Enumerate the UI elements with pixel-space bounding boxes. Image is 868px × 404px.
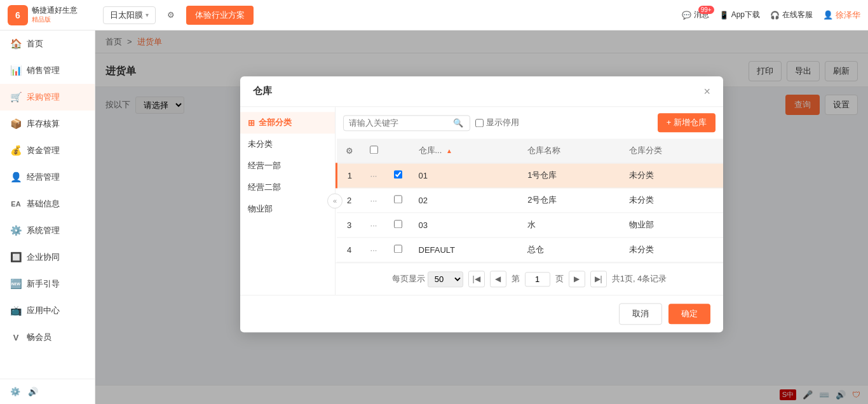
grid-icon: ⊞ — [248, 118, 255, 128]
sidebar-item-appcenter[interactable]: 📺 应用中心 — [0, 297, 95, 324]
col-index-header — [386, 138, 411, 163]
modal-title: 仓库 — [253, 85, 272, 97]
top-header: 6 畅捷通好生意 精品版 日太阳膜 ▾ ⚙ 体验行业方案 💬 消息 99+ 📱 … — [0, 0, 868, 30]
sidebar-label-collab: 企业协同 — [27, 252, 60, 263]
last-page-button[interactable]: ▶| — [590, 271, 607, 287]
row-checkbox[interactable] — [394, 195, 402, 203]
header-right: 💬 消息 99+ 📱 App下载 🎧 在线客服 👤 徐泽华 — [682, 10, 860, 21]
app-download-label: App下载 — [731, 10, 760, 20]
sidebar-item-collab[interactable]: 🔲 企业协同 — [0, 244, 95, 271]
online-service-item[interactable]: 🎧 在线客服 — [770, 10, 813, 20]
col-checkbox-header — [362, 138, 386, 163]
col-code-label: 仓库... — [419, 145, 442, 155]
row-category: 未分类 — [621, 163, 723, 188]
sidebar-label-purchase: 采购管理 — [27, 91, 60, 103]
row-checkbox[interactable] — [394, 245, 402, 253]
collab-icon: 🔲 — [10, 252, 22, 263]
sidebar-item-inventory[interactable]: 📦 库存核算 — [0, 111, 95, 137]
table-row[interactable]: 2 ··· 02 2号仓库 未分类 — [337, 188, 724, 213]
page-input[interactable] — [525, 272, 550, 286]
logo-icon: 6 — [8, 5, 28, 25]
table-row[interactable]: 1 ··· 01 1号仓库 未分类 — [337, 163, 724, 188]
first-page-button[interactable]: |◀ — [468, 271, 485, 287]
col-name-label: 仓库名称 — [527, 145, 560, 155]
row-category: 未分类 — [621, 238, 723, 262]
store-selector[interactable]: 日太阳膜 ▾ — [103, 6, 156, 24]
row-checkbox[interactable] — [394, 220, 402, 228]
sidebar-item-home[interactable]: 🏠 首页 — [0, 30, 95, 57]
sidebar-item-guide[interactable]: 🆕 新手引导 — [0, 271, 95, 297]
sidebar-item-finance[interactable]: 💰 资金管理 — [0, 137, 95, 164]
col-name-header: 仓库名称 — [520, 138, 621, 163]
sort-icon-code: ▲ — [446, 147, 452, 154]
tree-root-label: 全部分类 — [259, 117, 292, 128]
add-warehouse-button[interactable]: + 新增仓库 — [658, 113, 715, 132]
basicinfo-icon: EA — [10, 200, 22, 208]
col-category-header: 仓库分类 — [621, 138, 723, 163]
sidebar-item-sales[interactable]: 📊 销售管理 — [0, 57, 95, 84]
warehouse-modal: 仓库 × « ⊞ 全部分类 未分类 经营一部 — [240, 76, 723, 332]
sidebar-item-basicinfo[interactable]: EA 基础信息 — [0, 191, 95, 217]
modal-header: 仓库 × — [240, 76, 723, 107]
settings-gear-icon[interactable]: ⚙️ — [10, 387, 20, 396]
total-info: 共1页, 4条记录 — [612, 273, 667, 285]
guide-icon: 🆕 — [10, 278, 22, 290]
select-all-checkbox[interactable] — [370, 145, 378, 154]
tree-item-dept1[interactable]: 经营一部 — [240, 155, 335, 177]
modal-footer: 取消 确定 — [240, 295, 723, 332]
sidebar-label-inventory: 库存核算 — [27, 118, 60, 130]
prev-page-button[interactable]: ◀ — [490, 271, 506, 287]
table-row[interactable]: 4 ··· DEFAULT 总仓 未分类 — [337, 238, 724, 262]
sidebar-bottom: ⚙️ 🔊 — [0, 379, 95, 404]
more-icon[interactable]: ··· — [370, 171, 377, 180]
sidebar-label-guide: 新手引导 — [27, 278, 60, 290]
cancel-button[interactable]: 取消 — [619, 303, 662, 325]
row-actions: ··· — [362, 188, 386, 213]
tree-item-unclassified[interactable]: 未分类 — [240, 133, 335, 155]
notifications-item[interactable]: 💬 消息 99+ — [682, 10, 709, 20]
category-tree-panel: « ⊞ 全部分类 未分类 经营一部 经营二部 物业部 — [240, 107, 336, 295]
per-page-label: 每页显示 — [392, 273, 425, 285]
tree-item-property[interactable]: 物业部 — [240, 198, 335, 220]
speaker-icon[interactable]: 🔊 — [28, 387, 38, 396]
sidebar-item-purchase[interactable]: 🛒 采购管理 — [0, 84, 95, 111]
tree-collapse-button[interactable]: « — [327, 193, 342, 208]
per-page-select[interactable]: 50 100 — [428, 271, 463, 287]
row-name: 总仓 — [520, 238, 621, 262]
username: 徐泽华 — [836, 10, 860, 21]
confirm-button[interactable]: 确定 — [668, 304, 710, 324]
row-category: 物业部 — [621, 213, 723, 238]
app-download-item[interactable]: 📱 App下载 — [719, 10, 760, 20]
sidebar-label-vip: 畅会员 — [27, 332, 51, 343]
sidebar-item-operations[interactable]: 👤 经营管理 — [0, 164, 95, 191]
more-icon[interactable]: ··· — [370, 245, 377, 255]
more-icon[interactable]: ··· — [370, 220, 377, 230]
row-checkbox[interactable] — [394, 170, 402, 178]
header-center: 日太阳膜 ▾ ⚙ 体验行业方案 — [103, 5, 682, 25]
settings-icon[interactable]: ⚙ — [161, 5, 181, 25]
tree-item-dept2[interactable]: 经营二部 — [240, 177, 335, 198]
row-checkbox-cell — [386, 238, 411, 262]
sidebar-item-system[interactable]: ⚙️ 系统管理 — [0, 217, 95, 244]
row-num: 3 — [337, 213, 362, 238]
page-label: 第 — [512, 273, 520, 285]
sidebar-item-vip[interactable]: V 畅会员 — [0, 324, 95, 351]
online-service-label: 在线客服 — [782, 10, 813, 20]
logo-name: 畅捷通好生意 — [32, 6, 78, 16]
show-disabled-label[interactable]: 显示停用 — [475, 117, 519, 128]
search-input[interactable] — [349, 118, 451, 128]
search-icon[interactable]: 🔍 — [453, 118, 463, 128]
close-icon[interactable]: × — [703, 86, 710, 97]
row-actions: ··· — [362, 213, 386, 238]
tree-item-all[interactable]: ⊞ 全部分类 — [240, 112, 335, 133]
table-row[interactable]: 3 ··· 03 水 物业部 — [337, 213, 724, 238]
inventory-icon: 📦 — [10, 118, 22, 130]
trial-button[interactable]: 体验行业方案 — [186, 6, 254, 25]
user-menu[interactable]: 👤 徐泽华 — [823, 10, 860, 21]
show-disabled-checkbox[interactable] — [475, 119, 484, 127]
next-page-button[interactable]: ▶ — [569, 271, 585, 287]
headset-icon: 🎧 — [770, 11, 780, 20]
more-icon[interactable]: ··· — [370, 196, 377, 205]
sidebar-label-operations: 经营管理 — [27, 172, 60, 183]
row-checkbox-cell — [386, 163, 411, 188]
